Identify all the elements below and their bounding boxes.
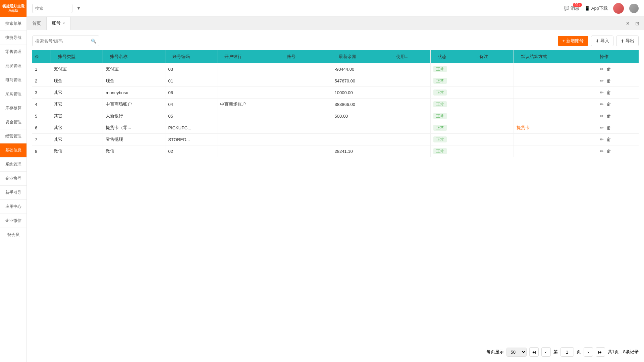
import-button[interactable]: ⬇ 导入 bbox=[591, 36, 613, 46]
default-settlement-cell bbox=[514, 99, 597, 110]
cell-7 bbox=[389, 122, 431, 134]
first-page-button[interactable]: ⏮ bbox=[529, 347, 539, 357]
col-note[interactable]: ⇅ 备注 bbox=[472, 50, 514, 63]
status-badge: 正常 bbox=[433, 89, 447, 96]
tab-home[interactable]: 首页 bbox=[27, 17, 47, 30]
sidebar-item-inventory-check[interactable]: 库存核算 bbox=[0, 101, 26, 115]
table-row: 6其它提货卡（零...PICKUPC...正常提货卡✏🗑 bbox=[32, 122, 639, 134]
delete-icon[interactable]: 🗑 bbox=[606, 125, 611, 130]
cell-9 bbox=[472, 63, 514, 75]
sidebar-item-app-center[interactable]: 应用中心 bbox=[0, 200, 26, 214]
avatar2[interactable] bbox=[629, 4, 639, 13]
cell-4 bbox=[217, 75, 280, 87]
sidebar-item-fund-mgmt[interactable]: 资金管理 bbox=[0, 115, 26, 129]
sidebar-item-system-mgmt[interactable]: 系统管理 bbox=[0, 158, 26, 172]
col-use[interactable]: ⇅ 使用... bbox=[389, 50, 431, 63]
message-button[interactable]: 💬 消息 99+ bbox=[564, 5, 579, 11]
tab-close-account[interactable]: × bbox=[63, 21, 65, 25]
cell-9 bbox=[472, 87, 514, 99]
page-suffix: 页 bbox=[577, 349, 581, 355]
maximize-window-button[interactable]: ⊡ bbox=[633, 19, 641, 27]
table-header-row: ⚙ ⇅ 账号类型 ⇅ 账号名称 ⇅ 账号编码 ⇅ 开户银行 ⇅ 账号 ⇅ 最新余… bbox=[32, 50, 639, 63]
sidebar-item-ecommerce-mgmt[interactable]: 电商管理 bbox=[0, 73, 26, 87]
col-type[interactable]: ⇅ 账号类型 bbox=[51, 50, 103, 63]
search-icon[interactable]: 🔍 bbox=[91, 39, 96, 44]
cell-1: 其它 bbox=[51, 99, 103, 110]
tab-window-buttons: ✕ ⊡ bbox=[624, 19, 644, 27]
cell-6: 500.00 bbox=[332, 110, 389, 122]
edit-icon[interactable]: ✏ bbox=[600, 90, 604, 95]
close-window-button[interactable]: ✕ bbox=[624, 19, 632, 27]
col-default-settlement[interactable]: ⇅ 默认结算方式 bbox=[514, 50, 597, 63]
sidebar-item-member[interactable]: 畅会员 bbox=[0, 228, 26, 242]
edit-icon[interactable]: ✏ bbox=[600, 113, 604, 119]
cell-5 bbox=[280, 63, 332, 75]
sidebar-item-enterprise-agreement[interactable]: 企业协同 bbox=[0, 172, 26, 186]
edit-icon[interactable]: ✏ bbox=[600, 66, 604, 72]
edit-icon[interactable]: ✏ bbox=[600, 78, 604, 83]
cell-7 bbox=[389, 134, 431, 145]
message-badge: 99+ bbox=[573, 3, 582, 7]
col-account[interactable]: ⇅ 账号 bbox=[280, 50, 332, 63]
delete-icon[interactable]: 🗑 bbox=[606, 113, 611, 119]
cell-2: 零售抵现 bbox=[103, 134, 165, 145]
edit-icon[interactable]: ✏ bbox=[600, 102, 604, 107]
delete-icon[interactable]: 🗑 bbox=[606, 90, 611, 95]
delete-icon[interactable]: 🗑 bbox=[606, 66, 611, 72]
col-code[interactable]: ⇅ 账号编码 bbox=[165, 50, 217, 63]
per-page-select[interactable]: 50 20 100 bbox=[506, 348, 527, 357]
prev-page-button[interactable]: ‹ bbox=[541, 347, 551, 357]
col-bank[interactable]: ⇅ 开户银行 bbox=[217, 50, 280, 63]
sidebar-item-retail-mgmt[interactable]: 零售管理 bbox=[0, 45, 26, 59]
search-input[interactable] bbox=[35, 39, 89, 44]
tab-account[interactable]: 账号× bbox=[47, 17, 70, 30]
cell-4 bbox=[217, 110, 280, 122]
col-name[interactable]: ⇅ 账号名称 bbox=[103, 50, 165, 63]
avatar[interactable] bbox=[613, 3, 624, 14]
sidebar-item-wholesale-mgmt[interactable]: 批发管理 bbox=[0, 59, 26, 73]
default-settlement-cell bbox=[514, 145, 597, 157]
dropdown-icon[interactable]: ▼ bbox=[76, 6, 81, 11]
cell-3: PICKUPC... bbox=[165, 122, 217, 134]
default-settlement-cell bbox=[514, 134, 597, 145]
table-row: 2现金现金01547670.00正常✏🗑 bbox=[32, 75, 639, 87]
top-search-input[interactable] bbox=[32, 4, 72, 13]
sidebar-item-ops-mgmt[interactable]: 经营管理 bbox=[0, 129, 26, 143]
status-badge: 正常 bbox=[433, 78, 447, 84]
col-status[interactable]: ⇅ 状态 bbox=[431, 50, 472, 63]
delete-icon[interactable]: 🗑 bbox=[606, 137, 611, 142]
sidebar-item-enterprise-wechat[interactable]: 企业微信 bbox=[0, 214, 26, 228]
table-row: 8微信微信0228241.10正常✏🗑 bbox=[32, 145, 639, 157]
col-balance[interactable]: ⇅ 最新余额 bbox=[332, 50, 389, 63]
page-input[interactable] bbox=[560, 347, 574, 357]
cell-2: 大新银行 bbox=[103, 110, 165, 122]
sidebar-item-newbie-guide[interactable]: 新手引导 bbox=[0, 186, 26, 200]
add-account-button[interactable]: + 新增账号 bbox=[558, 36, 588, 46]
delete-icon[interactable]: 🗑 bbox=[606, 102, 611, 107]
edit-icon[interactable]: ✏ bbox=[600, 137, 604, 142]
delete-icon[interactable]: 🗑 bbox=[606, 148, 611, 154]
edit-icon[interactable]: ✏ bbox=[600, 148, 604, 154]
delete-icon[interactable]: 🗑 bbox=[606, 78, 611, 83]
export-button[interactable]: ⬆ 导出 bbox=[616, 36, 639, 46]
cell-9 bbox=[472, 75, 514, 87]
cell-4 bbox=[217, 134, 280, 145]
status-badge: 正常 bbox=[433, 136, 447, 142]
cell-1: 其它 bbox=[51, 122, 103, 134]
last-page-button[interactable]: ⏭ bbox=[596, 347, 605, 357]
cell-3: 05 bbox=[165, 110, 217, 122]
cell-4 bbox=[217, 122, 280, 134]
next-page-button[interactable]: › bbox=[584, 347, 593, 357]
app-download-button[interactable]: 📱 App下载 bbox=[585, 5, 608, 11]
cell-7 bbox=[389, 110, 431, 122]
sidebar-item-basic-info[interactable]: 基础信息 bbox=[0, 143, 26, 158]
cell-9 bbox=[472, 122, 514, 134]
edit-icon[interactable]: ✏ bbox=[600, 125, 604, 130]
cell-3: 06 bbox=[165, 87, 217, 99]
cell-0: 1 bbox=[32, 63, 51, 75]
sidebar-item-search-menu[interactable]: 搜索菜单 bbox=[0, 17, 26, 31]
sidebar-item-purchase-mgmt[interactable]: 采购管理 bbox=[0, 87, 26, 101]
sidebar-item-quick-nav[interactable]: 快捷导航 bbox=[0, 31, 26, 45]
default-settlement-cell bbox=[514, 87, 597, 99]
col-settings[interactable]: ⚙ bbox=[32, 50, 51, 63]
